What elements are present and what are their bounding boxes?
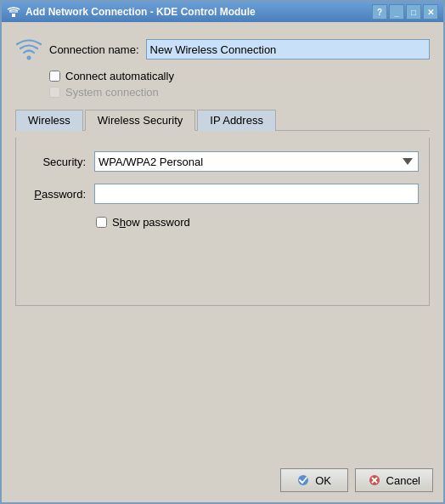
password-label: Password:	[26, 188, 86, 201]
system-connection-row: System connection	[49, 86, 430, 99]
password-input[interactable]	[94, 184, 419, 204]
cancel-button[interactable]: Cancel	[355, 468, 433, 492]
cancel-label: Cancel	[386, 474, 420, 487]
connect-automatically-row: Connect automatically	[49, 70, 430, 82]
window-title: Add Network Connection - KDE Control Mod…	[25, 6, 256, 18]
checkmark-icon	[296, 473, 310, 487]
button-row: OK Cancel	[2, 462, 443, 502]
network-icon	[7, 5, 20, 19]
tabs: Wireless Wireless Security IP Address	[15, 109, 430, 131]
content-area: Connection name: Connect automatically S…	[2, 22, 443, 462]
security-row: Security: None WEP Dynamic WEP (802.1x) …	[26, 151, 419, 172]
svg-rect-0	[12, 14, 15, 17]
connection-name-input[interactable]	[146, 39, 430, 59]
connect-automatically-checkbox[interactable]	[49, 71, 60, 82]
ok-label: OK	[315, 474, 331, 487]
show-password-label[interactable]: Show password	[112, 216, 190, 229]
password-row: Password:	[26, 184, 419, 204]
close-button[interactable]: ✕	[423, 4, 438, 20]
ok-button[interactable]: OK	[280, 468, 348, 492]
connection-name-row: Connection name:	[15, 36, 430, 63]
security-label: Security:	[26, 156, 86, 168]
security-select[interactable]: None WEP Dynamic WEP (802.1x) WPA/WPA2 P…	[94, 151, 419, 172]
wifi-icon	[15, 36, 42, 63]
title-bar: Add Network Connection - KDE Control Mod…	[2, 2, 443, 22]
show-password-checkbox[interactable]	[96, 217, 107, 228]
help-button[interactable]: ?	[372, 4, 387, 20]
svg-rect-1	[9, 11, 18, 13]
system-connection-checkbox	[49, 87, 60, 98]
title-bar-left: Add Network Connection - KDE Control Mod…	[7, 5, 256, 19]
tab-wireless-security[interactable]: Wireless Security	[85, 110, 195, 131]
system-connection-label: System connection	[65, 86, 159, 99]
title-bar-buttons: ? _ □ ✕	[372, 4, 438, 20]
minimize-button[interactable]: _	[389, 4, 404, 20]
tab-ip-address[interactable]: IP Address	[197, 110, 276, 131]
checkboxes: Connect automatically System connection	[49, 70, 430, 99]
tab-content: Security: None WEP Dynamic WEP (802.1x) …	[15, 138, 430, 306]
connection-name-label: Connection name:	[49, 43, 139, 56]
cancel-icon	[368, 473, 381, 487]
maximize-button[interactable]: □	[406, 4, 421, 20]
show-password-row: Show password	[96, 216, 419, 229]
tab-wireless[interactable]: Wireless	[15, 110, 83, 131]
connect-automatically-label[interactable]: Connect automatically	[65, 70, 174, 82]
window: Add Network Connection - KDE Control Mod…	[0, 0, 445, 504]
svg-point-2	[27, 56, 31, 60]
spacer	[15, 313, 430, 453]
